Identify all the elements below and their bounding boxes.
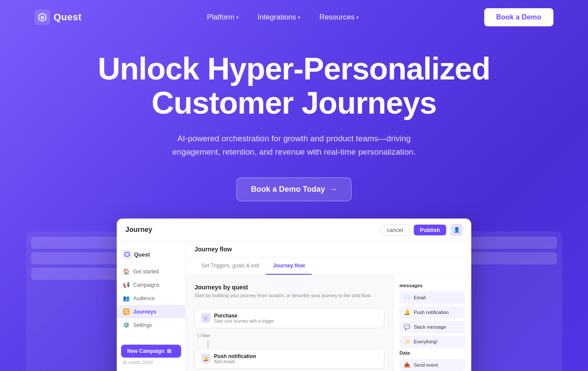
chevron-down-icon: ▾ [298,15,300,20]
app-topbar: Journey cancel Publish 👤 [117,219,471,241]
app-layout: Quest 🏠 Get started 📢 Campaigns 👥 Audien… [117,241,471,371]
messages-section-title: messages [399,283,465,288]
ai-credits-display: AI credits 24/00 [117,358,185,368]
journey-builder: Journeys by quest Start by building your… [186,275,393,371]
app-main-content: Journey flow Set Triggers, goals & exit … [186,241,471,371]
app-avatar: 👤 [451,224,463,236]
sidebar-item-settings[interactable]: ⚙️ Settings [117,318,185,332]
journeys-icon: 🔀 [123,308,130,315]
sidebar-item-journeys[interactable]: 🔀 Journeys [117,305,185,318]
slack-icon: 💬 [404,324,410,330]
nav-platform[interactable]: Platform ▾ [199,10,246,25]
push-icon: 🔔 [201,354,211,363]
settings-icon: ⚙️ [123,322,130,328]
logo: Quest [35,10,82,25]
navbar: Quest Platform ▾ Integrations ▾ Resource… [0,0,588,35]
app-sidebar-logo-text: Quest [134,251,150,258]
send-icon: 📤 [404,362,410,368]
node-subtitle: Start your journey with a trigger [214,319,274,323]
comp-send-event[interactable]: 📤 Send event [399,359,465,371]
nav-book-demo-button[interactable]: Book a Demo [484,8,553,26]
node-title: Purchase [214,313,274,319]
app-sidebar-logo-icon [123,250,131,259]
sidebar-item-audience[interactable]: 👥 Audience [117,292,185,305]
journey-flow-content: Journeys by quest Start by building your… [186,275,471,371]
tab-triggers[interactable]: Set Triggers, goals & exit [195,257,266,275]
logo-text: Quest [54,12,82,23]
email-icon: ✉️ [404,295,410,301]
nav-resources[interactable]: Resources ▾ [312,10,367,25]
quest-logo-icon [35,10,50,25]
components-panel: messages ✉️ Email 🔔 Push notification 💬 [393,275,471,371]
journey-node-push: 🔔 Push notification Add details [195,349,384,369]
new-campaign-button[interactable]: New Campaign ⊞ [121,345,181,358]
sidebar-item-campaigns[interactable]: 📢 Campaigns [117,278,185,292]
data-section-title: Data [399,350,465,355]
sparkle-icon: ✨ [404,339,410,345]
app-sidebar-logo: Quest [117,247,185,265]
nav-links: Platform ▾ Integrations ▾ Resources ▾ [199,10,367,25]
journey-section-title: Journey flow [186,241,471,257]
app-sidebar: Quest 🏠 Get started 📢 Campaigns 👥 Audien… [117,241,186,371]
tab-flow[interactable]: Journey flow [266,257,312,275]
bell-icon: 🔔 [404,309,410,315]
journey-node-purchase: 🛒 Purchase Start your journey with a tri… [195,308,384,328]
hero-subtitle: AI-powered orchestration for growth and … [164,132,424,159]
side-panel-left [26,231,125,371]
app-cancel-button[interactable]: cancel [380,224,409,236]
hero-title: Unlock Hyper-Personalized Customer Journ… [17,52,571,120]
comp-everything[interactable]: ✨ Everything! [399,336,465,348]
chevron-down-icon: ▾ [236,15,239,20]
plus-icon: ⊞ [167,348,171,354]
arrow-right-icon: → [329,185,337,194]
dashboard-preview: Journey cancel Publish 👤 Quest [0,219,588,371]
filter-badge: 1 Filter [197,332,384,340]
builder-title: Journeys by quest [195,284,384,291]
hero-section: Quest Platform ▾ Integrations ▾ Resource… [0,0,588,371]
app-journey-title: Journey [125,226,152,234]
comp-slack[interactable]: 💬 Slack message [399,321,465,333]
hero-cta-button[interactable]: Book a Demo Today → [236,178,352,201]
comp-push[interactable]: 🔔 Push notification [399,306,465,318]
hero-content: Unlock Hyper-Personalized Customer Journ… [0,35,588,201]
node-subtitle: Add details [214,359,256,364]
node-title: Push notification [214,353,256,359]
home-icon: 🏠 [123,268,130,275]
side-panel-right [463,231,562,371]
app-topbar-right: cancel Publish 👤 [380,224,463,236]
comp-email[interactable]: ✉️ Email [399,292,465,304]
app-publish-button[interactable]: Publish [414,225,446,235]
nav-integrations[interactable]: Integrations ▾ [250,10,308,25]
sidebar-item-get-started[interactable]: 🏠 Get started [117,265,185,278]
builder-subtitle: Start by building your journey from scra… [195,292,384,299]
campaigns-icon: 📢 [123,282,130,288]
journey-tabs: Set Triggers, goals & exit Journey flow [186,257,471,275]
main-dashboard: Journey cancel Publish 👤 Quest [117,219,471,371]
chevron-down-icon: ▾ [356,15,359,20]
svg-rect-1 [123,250,131,259]
node-connector [208,340,208,349]
purchase-icon: 🛒 [201,313,211,323]
audience-icon: 👥 [123,295,130,301]
